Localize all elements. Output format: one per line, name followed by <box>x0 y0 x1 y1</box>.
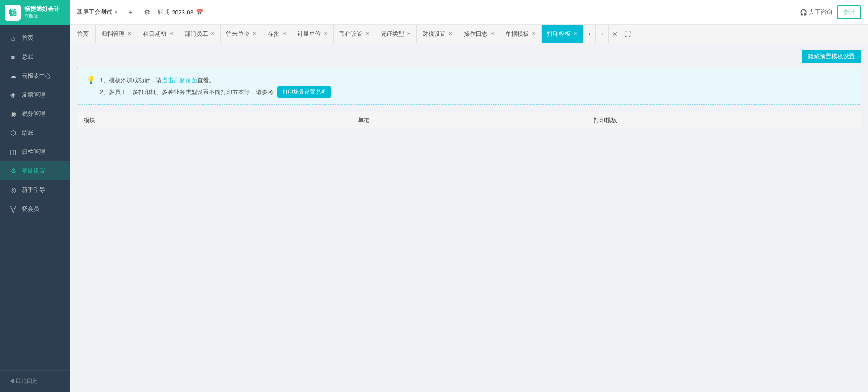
print-template-table: 模块 单据 打印模板 <box>77 112 861 129</box>
tab-expand-button[interactable]: ⛶ <box>621 25 634 43</box>
ledger-icon: ≡ <box>9 53 17 61</box>
tab-subject[interactable]: 科目期初 ✕ <box>137 25 179 43</box>
tab-receipt-label: 单据模板 <box>505 30 529 38</box>
tab-oplog-label: 操作日志 <box>464 30 487 38</box>
tab-currency-label: 币种设置 <box>339 30 363 38</box>
tab-inventory[interactable]: 存货 ✕ <box>262 25 292 43</box>
tab-scroll-right-button[interactable]: › <box>596 25 609 43</box>
tab-close-icon[interactable]: ✕ <box>282 31 286 37</box>
tab-department[interactable]: 部门员工 ✕ <box>179 25 221 43</box>
sidebar-item-label: 新手引导 <box>22 186 45 194</box>
sidebar-item-invoice[interactable]: ◈ 发票管理 <box>0 85 70 104</box>
tab-currency[interactable]: 币种设置 ✕ <box>334 25 375 43</box>
tab-close-icon[interactable]: ✕ <box>573 31 577 37</box>
sidebar-item-guide[interactable]: ◎ 新手引导 <box>0 180 70 199</box>
tab-voucher[interactable]: 凭证类型 ✕ <box>375 25 417 43</box>
tab-scroll-left-button[interactable]: ‹ <box>583 25 596 43</box>
tab-close-icon[interactable]: ✕ <box>365 31 369 37</box>
info-text: 1、模板添加成功后，请点击刷新页面查看。 2、多员工、多打印机、多种业务类型设置… <box>100 75 852 98</box>
hide-template-button[interactable]: 隐藏预置模板设置 <box>802 50 861 63</box>
tab-home-label: 首页 <box>77 30 89 38</box>
settings-icon: ⚙ <box>9 167 17 175</box>
tab-department-label: 部门员工 <box>184 30 208 38</box>
sidebar-item-label: 云报表中心 <box>22 72 51 80</box>
support-label: 人工咨询 <box>809 8 832 16</box>
tab-close-icon[interactable]: ✕ <box>169 31 173 37</box>
calendar-icon[interactable]: 📅 <box>196 9 203 16</box>
sidebar-item-home[interactable]: ⌂ 首页 <box>0 28 70 47</box>
sidebar-item-settlement[interactable]: ⬡ 结账 <box>0 123 70 142</box>
tab-close-icon[interactable]: ✕ <box>127 31 132 37</box>
sidebar-item-member[interactable]: ⋁ 畅会员 <box>0 199 70 218</box>
sidebar-item-label: 总账 <box>22 53 33 61</box>
tab-close-icon[interactable]: ✕ <box>252 31 256 37</box>
tab-print[interactable]: 打印模板 ✕ <box>542 25 583 43</box>
col-document-header: 单据 <box>351 112 587 129</box>
archive-icon: ◫ <box>9 148 17 156</box>
period-value: 2023-03 <box>172 9 193 16</box>
guide-icon: ◎ <box>9 186 17 194</box>
period-selector: 账期 2023-03 📅 <box>158 8 203 16</box>
sidebar-item-label: 归档管理 <box>22 148 45 156</box>
tab-close-icon[interactable]: ✕ <box>532 31 536 37</box>
company-name: 基层工会测试 <box>77 8 112 16</box>
sidebar-unpin-button[interactable]: ◀ 取消固定 <box>0 370 70 392</box>
period-label-text: 账期 <box>158 8 170 16</box>
company-selector[interactable]: 基层工会测试 ▾ <box>77 8 118 16</box>
tab-close-icon[interactable]: ✕ <box>448 31 453 37</box>
tab-unit-label: 计量单位 <box>297 30 321 38</box>
sidebar: 畅 畅捷通好会计 旗舰版 ⌂ 首页 ≡ 总账 ☁ 云报表中心 ◈ 发票管理 ◉ … <box>0 0 70 392</box>
topbar-right: 🎧 人工咨询 会计 <box>800 5 861 19</box>
info-line2-prefix: 2、多员工、多打印机、多种业务类型设置不同打印方案等，请参考 <box>100 87 274 97</box>
refresh-page-link[interactable]: 点击刷新页面 <box>162 77 197 84</box>
tab-archive-label: 归档管理 <box>101 30 125 38</box>
tab-home[interactable]: 首页 <box>70 25 96 43</box>
topbar: 基层工会测试 ▾ ＋ ⚙ 账期 2023-03 📅 🎧 人工咨询 会计 <box>70 0 868 25</box>
sidebar-item-archive[interactable]: ◫ 归档管理 <box>0 142 70 161</box>
sidebar-item-tax[interactable]: ◉ 税务管理 <box>0 104 70 123</box>
main-area: 基层工会测试 ▾ ＋ ⚙ 账期 2023-03 📅 🎧 人工咨询 会计 首页 <box>70 0 868 392</box>
col-module-header: 模块 <box>77 112 351 129</box>
tab-oplog[interactable]: 操作日志 ✕ <box>458 25 500 43</box>
info-line1-suffix: 查看。 <box>197 77 215 84</box>
tab-partner[interactable]: 往来单位 ✕ <box>221 25 262 43</box>
info-line-1: 1、模板添加成功后，请点击刷新页面查看。 <box>100 75 852 85</box>
tax-icon: ◉ <box>9 110 17 118</box>
col-template-header: 打印模板 <box>587 112 861 129</box>
tab-taxsettings-label: 财税设置 <box>422 30 446 38</box>
sidebar-item-label: 畅会员 <box>22 205 39 213</box>
settlement-icon: ⬡ <box>9 129 17 137</box>
sidebar-nav: ⌂ 首页 ≡ 总账 ☁ 云报表中心 ◈ 发票管理 ◉ 税务管理 ⬡ 结账 ◫ 归… <box>0 25 70 370</box>
add-tab-button[interactable]: ＋ <box>124 6 137 19</box>
settings-gear-button[interactable]: ⚙ <box>141 6 153 19</box>
tab-subject-label: 科目期初 <box>143 30 166 38</box>
print-scene-button[interactable]: 打印场景设置说明 <box>277 86 331 98</box>
sidebar-item-label: 结账 <box>22 129 33 137</box>
tab-close-icon[interactable]: ✕ <box>490 31 494 37</box>
tab-unit[interactable]: 计量单位 ✕ <box>292 25 334 43</box>
tab-close-all-button[interactable]: ✕ <box>609 25 621 43</box>
home-icon: ⌂ <box>9 34 17 42</box>
logo-title: 畅捷通好会计 <box>24 5 60 13</box>
tab-close-icon[interactable]: ✕ <box>407 31 411 37</box>
sidebar-item-label: 税务管理 <box>22 110 45 118</box>
account-button[interactable]: 会计 <box>837 5 861 19</box>
info-box: 💡 1、模板添加成功后，请点击刷新页面查看。 2、多员工、多打印机、多种业务类型… <box>77 68 861 105</box>
invoice-icon: ◈ <box>9 91 17 99</box>
tab-inventory-label: 存货 <box>268 30 279 38</box>
sidebar-item-label: 首页 <box>22 34 33 42</box>
table-header: 模块 单据 打印模板 <box>77 112 861 129</box>
sidebar-item-label: 基础设置 <box>22 167 45 175</box>
tab-taxsettings[interactable]: 财税设置 ✕ <box>417 25 458 43</box>
support-button[interactable]: 🎧 人工咨询 <box>800 8 832 16</box>
tab-archive[interactable]: 归档管理 ✕ <box>96 25 137 43</box>
tab-receipt[interactable]: 单据模板 ✕ <box>500 25 542 43</box>
tab-close-icon[interactable]: ✕ <box>211 31 215 37</box>
tab-close-icon[interactable]: ✕ <box>324 31 328 37</box>
logo-text-group: 畅捷通好会计 旗舰版 <box>24 5 60 19</box>
sidebar-item-reports[interactable]: ☁ 云报表中心 <box>0 66 70 85</box>
sidebar-item-settings[interactable]: ⚙ 基础设置 <box>0 161 70 180</box>
sidebar-item-ledger[interactable]: ≡ 总账 <box>0 47 70 66</box>
tab-partner-label: 往来单位 <box>226 30 250 38</box>
tabbar: 首页 归档管理 ✕ 科目期初 ✕ 部门员工 ✕ 往来单位 ✕ 存货 ✕ 计量单位… <box>70 25 868 43</box>
